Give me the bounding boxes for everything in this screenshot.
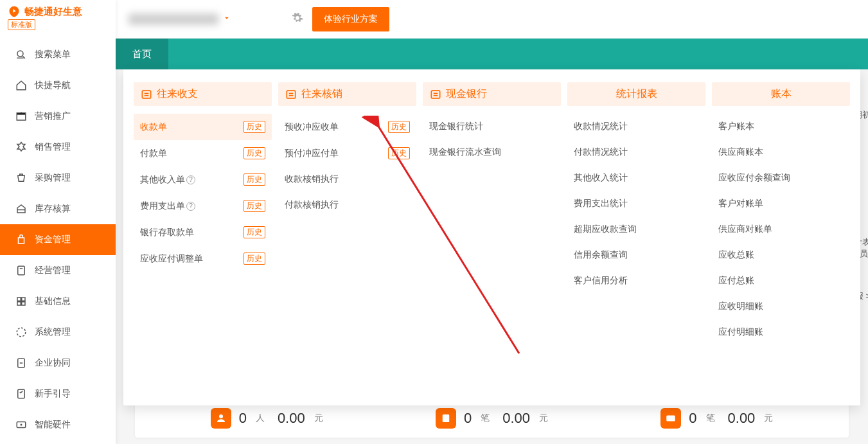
svg-rect-7: [22, 297, 25, 301]
sidebar-icon: [15, 265, 27, 276]
svg-rect-31: [667, 416, 676, 422]
mega-link[interactable]: 供应商账本: [712, 139, 850, 165]
sidebar-item-0[interactable]: 搜索菜单: [0, 39, 116, 70]
sidebar-item-11[interactable]: 新手引导: [0, 378, 116, 409]
mega-link[interactable]: 收款单历史: [134, 114, 272, 140]
svg-rect-9: [22, 302, 25, 305]
mega-link[interactable]: 客户信用分析: [567, 268, 705, 294]
tabbar: 首页: [116, 39, 868, 69]
chevron-down-icon: [222, 13, 231, 24]
tab-home[interactable]: 首页: [116, 39, 168, 69]
mega-link[interactable]: 应付明细账: [712, 319, 850, 345]
mega-col-header: 统计报表: [567, 82, 705, 106]
mega-link[interactable]: 其他收入单?历史: [134, 166, 272, 193]
mega-col-3: 统计报表收款情况统计付款情况统计其他收入统计费用支出统计超期应收款查询信用余额查…: [567, 82, 705, 345]
logo-icon: [8, 5, 21, 18]
sidebar-item-8[interactable]: 基础信息: [0, 286, 116, 317]
sidebar-item-7[interactable]: 经营管理: [0, 255, 116, 286]
gear-icon[interactable]: [292, 12, 303, 26]
sidebar-item-4[interactable]: 采购管理: [0, 163, 116, 193]
mega-link[interactable]: 银行存取款单历史: [134, 219, 272, 245]
mega-link[interactable]: 收款核销执行: [278, 166, 416, 192]
sidebar-item-6[interactable]: 资金管理: [0, 224, 116, 255]
svg-rect-4: [18, 266, 25, 275]
logo: 畅捷通好生意 标准版: [0, 0, 116, 34]
mega-link[interactable]: 付款单历史: [134, 140, 272, 166]
sidebar-item-2[interactable]: 营销推广: [0, 101, 116, 132]
footer-stat-icon: [211, 408, 231, 429]
mega-link[interactable]: 信用余额查询: [567, 242, 705, 268]
mega-link[interactable]: 应收应付调整单历史: [134, 245, 272, 272]
history-tag[interactable]: 历史: [388, 147, 410, 159]
sidebar: 畅捷通好生意 标准版 搜索菜单快捷导航营销推广销售管理采购管理库存核算资金管理经…: [0, 0, 116, 444]
svg-point-0: [17, 51, 23, 57]
mega-link[interactable]: 现金银行统计: [423, 114, 561, 139]
svg-point-29: [219, 414, 223, 418]
mega-col-4: 账本客户账本供应商账本应收应付余额查询客户对账单供应商对账单应收总账应付总账应收…: [712, 82, 850, 345]
mega-link[interactable]: 其他收入统计: [567, 165, 705, 191]
sidebar-label: 资金管理: [35, 234, 71, 245]
mega-link[interactable]: 应收总账: [712, 242, 850, 268]
mega-link[interactable]: 客户账本: [712, 114, 850, 139]
footer-stat-icon: [436, 408, 456, 429]
sidebar-item-3[interactable]: 销售管理: [0, 132, 116, 163]
mega-col-header: 现金银行: [423, 82, 561, 106]
mega-link[interactable]: 付款核销执行: [278, 192, 416, 218]
mega-link[interactable]: 费用支出统计: [567, 191, 705, 217]
footer-stat-1: 0笔0.00元: [436, 408, 548, 429]
history-tag[interactable]: 历史: [244, 253, 265, 265]
mega-link[interactable]: 供应商对账单: [712, 217, 850, 242]
svg-rect-2: [17, 58, 24, 59]
svg-rect-30: [443, 414, 450, 422]
footer-stat-icon: [660, 408, 681, 429]
sidebar-item-12[interactable]: 智能硬件: [0, 409, 116, 440]
mega-col-2: 现金银行现金银行统计现金银行流水查询: [423, 82, 561, 345]
sidebar-item-9[interactable]: 系统管理: [0, 317, 116, 348]
help-icon[interactable]: ?: [186, 175, 195, 184]
mega-col-1: 往来核销预收冲应收单历史预付冲应付单历史收款核销执行付款核销执行: [278, 82, 416, 345]
cta-button[interactable]: 体验行业方案: [312, 7, 389, 31]
sidebar-icon: [15, 172, 27, 184]
history-tag[interactable]: 历史: [388, 121, 410, 133]
mega-link[interactable]: 应收应付余额查询: [712, 165, 850, 191]
sidebar-icon: [15, 49, 27, 60]
help-icon[interactable]: ?: [186, 202, 195, 211]
mega-link[interactable]: 收款情况统计: [567, 114, 705, 139]
sidebar-icon: [15, 234, 27, 245]
mega-link[interactable]: 付款情况统计: [567, 139, 705, 165]
mega-link[interactable]: 现金银行流水查询: [423, 139, 561, 165]
mega-col-header: 账本: [712, 82, 850, 106]
mega-link[interactable]: 客户对账单: [712, 191, 850, 217]
sidebar-icon: [15, 111, 27, 122]
history-tag[interactable]: 历史: [244, 200, 265, 212]
svg-rect-22: [287, 91, 295, 98]
mega-link[interactable]: 超期应收款查询: [567, 217, 705, 242]
sidebar-label: 采购管理: [35, 172, 71, 184]
sidebar-icon: [15, 357, 27, 369]
history-tag[interactable]: 历史: [244, 147, 265, 159]
mega-link[interactable]: 预收冲应收单历史: [278, 114, 416, 140]
sidebar-item-1[interactable]: 快捷导航: [0, 70, 116, 101]
mega-col-0: 往来收支收款单历史付款单历史其他收入单?历史费用支出单?历史银行存取款单历史应收…: [134, 82, 272, 345]
sidebar-label: 搜索菜单: [35, 49, 71, 60]
org-name: [128, 13, 218, 25]
history-tag[interactable]: 历史: [244, 121, 265, 133]
sidebar-icon: [15, 141, 27, 153]
sidebar-item-5[interactable]: 库存核算: [0, 193, 116, 224]
sidebar-icon: [15, 80, 27, 91]
sidebar-item-10[interactable]: 企业协同: [0, 348, 116, 378]
history-tag[interactable]: 历史: [244, 226, 265, 238]
mega-link[interactable]: 应付总账: [712, 268, 850, 294]
sidebar-label: 企业协同: [35, 357, 71, 369]
mega-link[interactable]: 预付冲应付单历史: [278, 140, 416, 166]
sidebar-icon: [15, 326, 27, 338]
history-tag[interactable]: 历史: [244, 173, 265, 186]
mega-col-header: 往来核销: [278, 82, 416, 106]
org-selector[interactable]: [128, 13, 283, 25]
sidebar-label: 快捷导航: [35, 80, 71, 91]
svg-point-15: [21, 424, 22, 426]
sidebar-icon: [15, 388, 27, 400]
mega-link[interactable]: 应收明细账: [712, 294, 850, 319]
mega-link[interactable]: 费用支出单?历史: [134, 193, 272, 219]
edition-badge: 标准版: [8, 19, 35, 30]
